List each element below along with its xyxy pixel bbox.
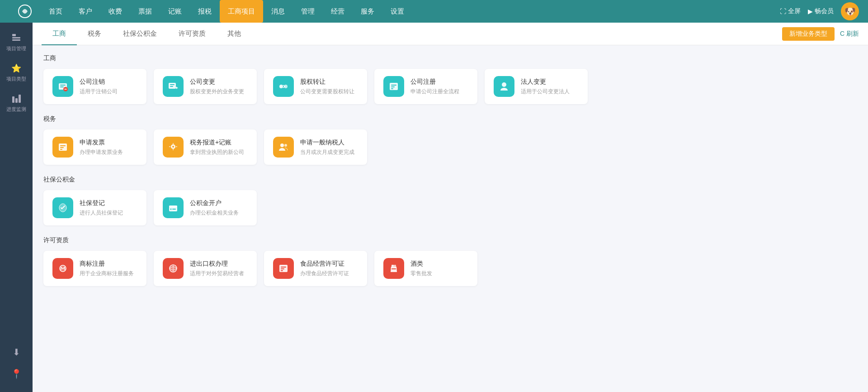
equity-transfer-text: 股权转让 公司变更需要股权转让 <box>300 78 358 96</box>
progress-icon <box>11 93 22 104</box>
tab-business[interactable]: 工商 <box>42 23 77 45</box>
social-register-icon <box>52 197 73 218</box>
svg-rect-32 <box>172 209 176 210</box>
location-icon[interactable]: 📍 <box>7 365 25 383</box>
nav-invoice[interactable]: 票据 <box>130 0 160 23</box>
nav-business[interactable]: 工商项目 <box>220 0 263 23</box>
nav-accounting[interactable]: 记账 <box>160 0 190 23</box>
tab-social-insurance[interactable]: 社保公积金 <box>112 23 168 45</box>
sidebar-item-project-type[interactable]: ⭐ 项目类型 <box>0 57 33 88</box>
fund-account-icon <box>163 197 184 218</box>
download-icon[interactable]: ⬇ <box>7 343 25 361</box>
svg-point-14 <box>279 85 283 88</box>
member-button[interactable]: ▶ 畅会员 <box>808 7 834 15</box>
fund-account-text: 公积金开户 办理公积金相关业务 <box>190 199 248 217</box>
card-trademark[interactable]: 商标注册 用于企业商标注册服务 <box>43 251 146 286</box>
section-title-social: 社保公积金 <box>43 176 857 184</box>
nav-home[interactable]: 首页 <box>41 0 71 23</box>
nav-right-area: ⛶ 全屏 ▶ 畅会员 🐶 <box>780 2 859 20</box>
project-type-icon: ⭐ <box>11 63 22 74</box>
tab-bar: 工商 税务 社保公积金 许可资质 其他 新增业务类型 C 刷新 <box>33 23 868 45</box>
alcohol-text: 酒类 零售批发 <box>410 260 468 277</box>
svg-rect-11 <box>169 83 176 89</box>
card-import-export[interactable]: 进出口权办理 适用于对外贸易经营者 <box>154 251 257 286</box>
tab-license[interactable]: 许可资质 <box>168 23 217 45</box>
svg-rect-1 <box>12 37 20 38</box>
svg-rect-4 <box>15 98 18 103</box>
logo <box>9 3 41 19</box>
card-general-taxpayer[interactable]: 申请一般纳税人 当月或次月成变更完成 <box>264 129 367 165</box>
business-cards-grid: 公司注销 适用于注销公司 公司变更 <box>43 69 857 104</box>
social-cards-grid: 社保登记 进行人员社保登记 公积金开户 <box>43 190 857 225</box>
svg-rect-23 <box>60 147 64 148</box>
sidebar-item-project-manage[interactable]: 项目管理 <box>0 27 33 57</box>
card-legal-change[interactable]: 法人变更 适用于公司变更法人 <box>485 69 588 104</box>
svg-rect-13 <box>170 86 173 87</box>
svg-rect-19 <box>391 88 393 89</box>
alcohol-icon <box>383 258 404 279</box>
nav-operation[interactable]: 经营 <box>323 0 353 23</box>
apply-invoice-text: 申请发票 办理申请发票业务 <box>80 139 137 156</box>
tax-report-text: 税务报道+记账 拿到营业执照的新公司 <box>190 139 248 156</box>
top-navigation: 首页 客户 收费 票据 记账 报税 工商项目 消息 管理 经营 服务 设置 ⛶ … <box>0 0 868 23</box>
company-cancel-text: 公司注销 适用于注销公司 <box>80 78 137 96</box>
content-area: 工商 税务 社保公积金 许可资质 其他 新增业务类型 C 刷新 工商 <box>33 23 868 392</box>
nav-customer[interactable]: 客户 <box>71 0 100 23</box>
tab-tax[interactable]: 税务 <box>77 23 112 45</box>
license-cards-grid: 商标注册 用于企业商标注册服务 进出口权办理 适用于对外贸易经 <box>43 251 857 286</box>
nav-message[interactable]: 消息 <box>263 0 293 23</box>
svg-rect-18 <box>391 86 395 87</box>
svg-rect-0 <box>12 34 16 36</box>
company-cancel-icon <box>52 76 73 97</box>
equity-transfer-icon <box>273 76 294 97</box>
nav-billing[interactable]: 收费 <box>100 0 130 23</box>
mascot-avatar[interactable]: 🐶 <box>841 2 859 20</box>
svg-rect-38 <box>281 268 284 269</box>
project-manage-icon <box>11 33 22 43</box>
trademark-icon <box>52 258 73 279</box>
tax-report-icon <box>163 137 184 158</box>
company-register-text: 公司注册 申请公司注册全流程 <box>410 78 468 96</box>
import-export-icon <box>163 258 184 279</box>
card-tax-report[interactable]: 税务报道+记账 拿到营业执照的新公司 <box>154 129 257 165</box>
member-icon: ▶ <box>808 8 813 15</box>
svg-rect-39 <box>281 270 283 271</box>
card-fund-account[interactable]: 公积金开户 办理公积金相关业务 <box>154 190 257 225</box>
refresh-button[interactable]: C 刷新 <box>840 30 859 38</box>
svg-rect-42 <box>392 268 396 269</box>
card-food-license[interactable]: 食品经营许可证 办理食品经营许可证 <box>264 251 367 286</box>
card-company-cancel[interactable]: 公司注销 适用于注销公司 <box>43 69 146 104</box>
social-register-text: 社保登记 进行人员社保登记 <box>80 199 137 217</box>
card-equity-transfer[interactable]: 股权转让 公司变更需要股权转让 <box>264 69 367 104</box>
scroll-content: 工商 公司注销 适用于注销公司 <box>33 45 868 392</box>
fullscreen-button[interactable]: ⛶ 全屏 <box>780 7 801 15</box>
main-layout: 项目管理 ⭐ 项目类型 进度监测 ⬇ 📍 工商 税务 社保公积 <box>0 23 868 392</box>
sidebar-item-progress[interactable]: 进度监测 <box>0 88 33 118</box>
card-company-change[interactable]: 公司变更 股权变更外的业务变更 <box>154 69 257 104</box>
nav-service[interactable]: 服务 <box>353 0 382 23</box>
section-title-license: 许可资质 <box>43 236 857 244</box>
new-type-button[interactable]: 新增业务类型 <box>782 27 835 41</box>
card-social-register[interactable]: 社保登记 进行人员社保登记 <box>43 190 146 225</box>
svg-rect-24 <box>60 149 62 150</box>
sidebar: 项目管理 ⭐ 项目类型 进度监测 ⬇ 📍 <box>0 23 33 392</box>
legal-change-icon <box>494 76 514 97</box>
nav-menu: 首页 客户 收费 票据 记账 报税 工商项目 消息 管理 经营 服务 设置 <box>41 0 780 23</box>
nav-manage[interactable]: 管理 <box>293 0 323 23</box>
import-export-text: 进出口权办理 适用于对外贸易经营者 <box>190 260 248 277</box>
svg-rect-22 <box>60 145 66 146</box>
svg-point-27 <box>280 143 284 147</box>
tab-actions: 新增业务类型 C 刷新 <box>782 27 859 41</box>
svg-rect-5 <box>19 95 21 103</box>
nav-settings[interactable]: 设置 <box>382 0 412 23</box>
section-title-business: 工商 <box>43 54 857 62</box>
company-register-icon <box>383 76 404 97</box>
fullscreen-icon: ⛶ <box>780 8 786 15</box>
company-change-icon <box>163 76 184 97</box>
nav-tax[interactable]: 报税 <box>190 0 220 23</box>
svg-rect-3 <box>12 96 14 103</box>
card-alcohol[interactable]: 酒类 零售批发 <box>374 251 477 286</box>
card-company-register[interactable]: 公司注册 申请公司注册全流程 <box>374 69 477 104</box>
card-apply-invoice[interactable]: 申请发票 办理申请发票业务 <box>43 129 146 165</box>
tab-other[interactable]: 其他 <box>217 23 252 45</box>
